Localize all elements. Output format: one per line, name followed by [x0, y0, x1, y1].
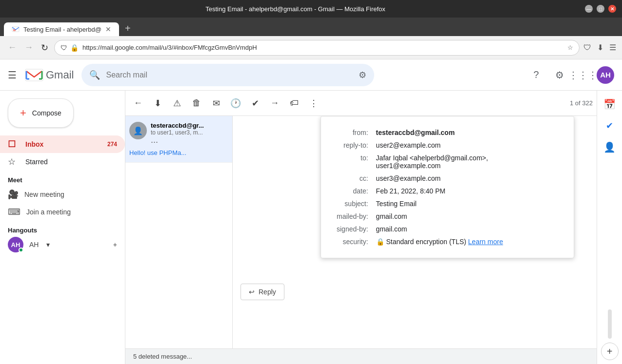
plus-icon: + [607, 346, 613, 357]
url-security-icons: 🛡 🔒 [60, 44, 79, 52]
search-options-icon[interactable]: ⚙ [359, 70, 366, 80]
help-button[interactable]: ? [526, 65, 546, 85]
bookmark-icon[interactable]: ☆ [567, 44, 573, 51]
move-to-button[interactable]: → [266, 95, 283, 112]
contacts-button[interactable]: 👤 [600, 137, 620, 157]
sidebar-item-inbox[interactable]: ☐ Inbox 274 [0, 135, 125, 153]
svg-text:M: M [13, 29, 16, 32]
security-label: security: [333, 235, 372, 248]
minimize-button[interactable]: — [585, 5, 593, 13]
maximize-button[interactable]: □ [597, 5, 604, 13]
reply-to-label: reply-to: [333, 139, 372, 152]
to-value: Jafar Iqbal <ahelperbd@gmail.com>,user1@… [372, 152, 507, 172]
more-options-button[interactable]: ⋮ [305, 95, 322, 112]
email-actions-area: ↩ Reply [241, 280, 589, 304]
mailed-by-value: gmail.com [372, 210, 507, 223]
email-details-table: from: testeraccbd@gmail.com reply-to: us… [333, 126, 507, 248]
close-button[interactable]: ✕ [608, 5, 616, 13]
sidebar-item-new-meeting[interactable]: 🎥 New meeting [0, 186, 125, 203]
email-detail-cc: cc: user3@example.com [333, 172, 507, 185]
shield-check-icon[interactable]: 🛡 [583, 43, 591, 52]
calendar-button[interactable]: 📅 [600, 95, 620, 114]
star-icon: ☆ [8, 156, 20, 167]
hangouts-chevron-icon[interactable]: ▾ [46, 241, 50, 249]
email-detail-subject: subject: Testing Email [333, 197, 507, 210]
tab-bar: M Testing Email - ahelperbd@ ✕ + [0, 18, 622, 36]
avatar-icon: 👤 [133, 126, 143, 135]
sidebar-item-starred[interactable]: ☆ Starred [0, 153, 125, 171]
gmail-logo: Gmail [24, 68, 74, 82]
gmail-m-logo-icon [24, 68, 44, 82]
search-bar[interactable]: 🔍 ⚙ [81, 64, 374, 86]
reply-to-value: user2@example.com [372, 139, 507, 152]
download-icon[interactable]: ⬇ [597, 43, 603, 52]
forward-button[interactable]: → [22, 40, 35, 55]
email-detail-signed-by: signed-by: gmail.com [333, 223, 507, 235]
settings-icon: ⚙ [555, 69, 564, 81]
titlebar-text: Testing Email - ahelperbd@gmail.com - Gm… [6, 5, 585, 13]
reply-button[interactable]: ↩ Reply [241, 284, 284, 300]
more-vertical-icon: ⋮ [309, 98, 318, 109]
mark-unread-button[interactable]: ✉ [207, 95, 225, 112]
email-detail-date: date: Feb 21, 2022, 8:40 PM [333, 185, 507, 197]
email-detail-reply-to: reply-to: user2@example.com [333, 139, 507, 152]
reload-button[interactable]: ↻ [39, 40, 50, 55]
url-bar[interactable]: 🛡 🔒 https://mail.google.com/mail/u/3/#in… [54, 40, 580, 56]
video-camera-icon: 🎥 [8, 189, 19, 200]
apps-button[interactable]: ⋮⋮⋮ [573, 65, 593, 85]
archive-button[interactable]: ⬇ [149, 95, 166, 112]
window-controls: — □ ✕ [585, 5, 616, 13]
hamburger-menu-button[interactable]: ☰ [8, 69, 17, 81]
sender-avatar: 👤 [129, 122, 147, 139]
address-bar: ← → ↻ 🛡 🔒 https://mail.google.com/mail/u… [0, 36, 622, 59]
account-avatar[interactable]: AH [597, 66, 614, 84]
from-label: from: [333, 126, 372, 139]
email-content: 👤 testeraccbd@gr... to user1, user3, m..… [125, 116, 597, 348]
email-options-dots[interactable]: ··· [151, 137, 228, 147]
settings-button[interactable]: ⚙ [550, 65, 569, 85]
signed-by-value: gmail.com [372, 223, 507, 235]
compose-button[interactable]: + Compose [8, 98, 74, 128]
spam-icon: ⚠ [173, 98, 181, 109]
inbox-icon: ☐ [8, 139, 20, 150]
label-button[interactable]: 🏷 [285, 95, 303, 112]
add-app-button[interactable]: + [601, 343, 619, 360]
email-sender: testeraccbd@gr... [151, 122, 228, 129]
email-list: 👤 testeraccbd@gr... to user1, user3, m..… [125, 116, 233, 348]
tasks-button[interactable]: ✔ [600, 116, 620, 135]
cc-label: cc: [333, 172, 372, 185]
back-arrow-icon: ← [134, 98, 142, 108]
back-button[interactable]: ← [6, 40, 19, 55]
delete-button[interactable]: 🗑 [188, 95, 205, 112]
active-tab[interactable]: M Testing Email - ahelperbd@ ✕ [4, 22, 119, 36]
calendar-icon: 📅 [603, 98, 616, 110]
new-meeting-label: New meeting [24, 191, 64, 198]
compose-label: Compose [32, 109, 61, 117]
gmail-body: + Compose ☐ Inbox 274 ☆ Starred Meet 🎥 N… [0, 91, 622, 364]
hangouts-user-label: AH [29, 241, 39, 249]
url-text: https://mail.google.com/mail/u/3/#inbox/… [82, 44, 563, 51]
back-to-inbox-button[interactable]: ← [129, 95, 147, 112]
learn-more-link[interactable]: Learn more [468, 238, 503, 246]
done-button[interactable]: ✔ [246, 95, 264, 112]
search-input[interactable] [106, 71, 353, 79]
hangouts-section-title: Hangouts [0, 221, 125, 236]
tab-close-button[interactable]: ✕ [105, 25, 111, 33]
hangouts-add-button[interactable]: + [113, 241, 117, 249]
email-toolbar: ← ⬇ ⚠ 🗑 ✉ 🕐 ✔ [125, 91, 597, 116]
email-detail-from: from: testeraccbd@gmail.com [333, 126, 507, 139]
snooze-button[interactable]: 🕐 [227, 95, 244, 112]
signed-by-label: signed-by: [333, 223, 372, 235]
sidebar-item-starred-label: Starred [25, 158, 48, 166]
sidebar-item-join-meeting[interactable]: ⌨ Join a meeting [0, 203, 125, 221]
sidebar-item-hangouts-user[interactable]: AH AH ▾ + [0, 236, 125, 253]
cc-value: user3@example.com [372, 172, 507, 185]
tab-label: Testing Email - ahelperbd@ [23, 26, 101, 33]
menu-icon[interactable]: ☰ [609, 43, 616, 52]
new-tab-button[interactable]: + [121, 21, 135, 36]
email-snippet: Hello! use PHPMa... [129, 149, 228, 156]
spam-button[interactable]: ⚠ [168, 95, 186, 112]
email-preview-item[interactable]: 👤 testeraccbd@gr... to user1, user3, m..… [125, 116, 232, 163]
tab-favicon-icon: M [12, 25, 20, 33]
snippet-link[interactable]: Hello! use PHPMa... [129, 149, 186, 156]
